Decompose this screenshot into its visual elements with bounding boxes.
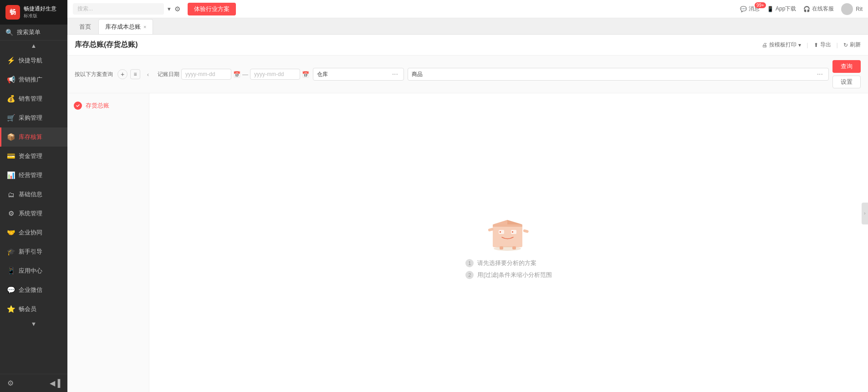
search-icon: 🔍 xyxy=(5,29,13,36)
product-more-icon: ··· xyxy=(815,70,825,78)
industry-solution-button[interactable]: 体验行业方案 xyxy=(188,3,236,15)
filter-collapse-btn[interactable]: ≡ xyxy=(130,69,140,79)
sidebar-item-system[interactable]: ⚙ 系统管理 xyxy=(0,204,67,223)
date-end-placeholder: yyyy-mm-dd xyxy=(254,71,284,77)
sidebar-nav: ▲ ⚡ 快捷导航 📢 营销推广 💰 销售管理 🛒 采购管理 📦 库存核算 💳 资… xyxy=(0,41,67,374)
sidebar-item-operations[interactable]: 📊 经营管理 xyxy=(0,166,67,185)
print-label: 按模板打印 xyxy=(769,41,797,49)
tab-home[interactable]: 首页 xyxy=(73,20,97,34)
sidebar-item-app-center[interactable]: 📱 应用中心 xyxy=(0,261,67,280)
export-btn[interactable]: ⬆ 导出 xyxy=(814,41,831,49)
app-center-icon: 📱 xyxy=(7,267,15,275)
date-label: 记账日期 xyxy=(158,71,179,78)
app-name-block: 畅捷通好生意 标准版 xyxy=(24,5,56,19)
date-end-input[interactable]: yyyy-mm-dd xyxy=(250,69,300,80)
sidebar-item-marketing[interactable]: 📢 营销推广 xyxy=(0,70,67,89)
tab-inventory-ledger[interactable]: 库存成本总账 × xyxy=(98,19,153,34)
query-button[interactable]: 查询 xyxy=(832,60,861,73)
system-icon: ⚙ xyxy=(7,209,15,218)
sidebar-search-menu[interactable]: 🔍 搜索菜单 xyxy=(0,25,67,41)
date-start-input[interactable]: yyyy-mm-dd xyxy=(181,69,231,80)
sales-icon: 💰 xyxy=(7,95,15,103)
sidebar-item-inventory[interactable]: 📦 库存核算 xyxy=(0,127,67,147)
topbar-dropdown-btn[interactable]: ▾ xyxy=(168,5,171,12)
calendar-end-icon[interactable]: 📅 xyxy=(302,71,309,78)
purchase-icon: 🛒 xyxy=(7,114,15,122)
svg-rect-2 xyxy=(493,224,522,227)
sidebar-item-basic-info[interactable]: 🗂 基础信息 xyxy=(0,185,67,204)
sidebar-item-member[interactable]: ⭐ 畅会员 xyxy=(0,300,67,319)
sidebar-item-guide[interactable]: 🎓 新手引导 xyxy=(0,242,67,261)
topbar-search-area[interactable]: 搜索... xyxy=(73,3,164,15)
sidebar-collapse-btn[interactable]: ◀▐ xyxy=(50,379,60,387)
sidebar-scroll-up[interactable]: ▲ xyxy=(0,41,67,51)
sidebar-item-sales[interactable]: 💰 销售管理 xyxy=(0,89,67,108)
user-name: Rit xyxy=(856,6,863,12)
topbar-settings-btn[interactable]: ⚙ xyxy=(174,5,180,13)
empty-tip-1: 1 请先选择要分析的方案 xyxy=(465,259,551,267)
finance-label: 资金管理 xyxy=(19,152,42,160)
topbar-right: 💬 消息 99+ 📱 App下载 🎧 在线客服 Rit xyxy=(740,3,863,15)
filter-buttons: 查询 设置 xyxy=(832,60,861,88)
messages-badge: 99+ xyxy=(755,2,766,8)
sidebar-settings-btn[interactable]: ⚙ xyxy=(7,379,14,387)
filter-add-btn[interactable]: + xyxy=(117,69,128,79)
app-logo-icon: 畅 xyxy=(5,5,20,20)
operations-icon: 📊 xyxy=(7,171,15,179)
arrow-left-icon: ‹ xyxy=(147,71,149,78)
filter-arrow-btn[interactable]: ‹ xyxy=(143,69,153,79)
panel-expand-btn[interactable]: › xyxy=(862,203,868,224)
basic-info-icon: 🗂 xyxy=(7,191,15,199)
app-version: 标准版 xyxy=(24,13,56,19)
sidebar-item-quick-nav[interactable]: ⚡ 快捷导航 xyxy=(0,51,67,70)
settings-button[interactable]: 设置 xyxy=(832,76,861,88)
sidebar-item-cooperation[interactable]: 🤝 企业协同 xyxy=(0,223,67,242)
tab-inventory-ledger-label: 库存成本总账 xyxy=(105,23,141,31)
cooperation-label: 企业协同 xyxy=(19,229,42,237)
product-label: 商品 xyxy=(412,71,423,78)
product-select[interactable]: 商品 ··· xyxy=(408,68,829,81)
tab-inventory-ledger-close[interactable]: × xyxy=(143,25,146,30)
sidebar-item-finance[interactable]: 💳 资金管理 xyxy=(0,147,67,166)
finance-icon: 💳 xyxy=(7,152,15,160)
svg-rect-8 xyxy=(500,246,503,249)
topbar-search-placeholder: 搜索... xyxy=(77,5,93,13)
marketing-label: 营销推广 xyxy=(19,76,42,84)
app-download-btn[interactable]: 📱 App下载 xyxy=(767,5,796,13)
purchase-label: 采购管理 xyxy=(19,114,42,122)
export-label: 导出 xyxy=(820,41,831,49)
warehouse-select[interactable]: 仓库 ··· xyxy=(313,68,404,81)
topbar: 搜索... ▾ ⚙ 体验行业方案 💬 消息 99+ 📱 App下载 🎧 在线客服 xyxy=(67,0,868,18)
guide-label: 新手引导 xyxy=(19,248,42,256)
plan-item-inventory-total[interactable]: 存货总账 xyxy=(67,98,149,113)
empty-state: 1 请先选择要分析的方案 2 用[过滤]条件来缩小分析范围 xyxy=(465,206,551,279)
empty-tip-1-text: 请先选择要分析的方案 xyxy=(477,259,536,267)
print-btn[interactable]: 🖨 按模板打印 ▾ xyxy=(762,41,801,49)
wechat-icon: 💬 xyxy=(7,286,15,294)
member-icon: ⭐ xyxy=(7,305,15,313)
page-header-actions: 🖨 按模板打印 ▾ | ⬆ 导出 | ↻ 刷新 xyxy=(762,41,861,49)
online-service-label: 在线客服 xyxy=(812,5,834,13)
sidebar-item-wechat[interactable]: 💬 企业微信 xyxy=(0,280,67,300)
user-profile-btn[interactable]: Rit xyxy=(841,3,863,15)
message-icon: 💬 xyxy=(740,6,747,12)
messages-btn[interactable]: 💬 消息 99+ xyxy=(740,5,760,13)
tabbar: 首页 库存成本总账 × xyxy=(67,18,868,35)
plan-panel: 存货总账 xyxy=(67,93,868,392)
filter-label: 按以下方案查询 xyxy=(75,71,113,78)
svg-rect-9 xyxy=(512,246,516,249)
empty-tips: 1 请先选择要分析的方案 2 用[过滤]条件来缩小分析范围 xyxy=(465,259,551,279)
calendar-start-icon[interactable]: 📅 xyxy=(233,71,240,78)
collapse-icon: ≡ xyxy=(133,71,137,77)
basic-info-label: 基础信息 xyxy=(19,190,42,199)
plan-item-label: 存货总账 xyxy=(86,102,109,110)
page-header: 库存总账(存货总账) 🖨 按模板打印 ▾ | ⬆ 导出 | ↻ 刷新 xyxy=(67,35,868,56)
online-service-btn[interactable]: 🎧 在线客服 xyxy=(803,5,834,13)
panel-close-btn[interactable]: × xyxy=(853,38,864,49)
app-center-label: 应用中心 xyxy=(19,267,42,275)
phone-icon: 📱 xyxy=(767,6,774,12)
svg-rect-1 xyxy=(493,224,522,247)
plan-sidebar: 存货总账 xyxy=(67,93,149,392)
sidebar-scroll-down[interactable]: ▼ xyxy=(0,319,67,329)
sidebar-item-purchase[interactable]: 🛒 采购管理 xyxy=(0,108,67,127)
